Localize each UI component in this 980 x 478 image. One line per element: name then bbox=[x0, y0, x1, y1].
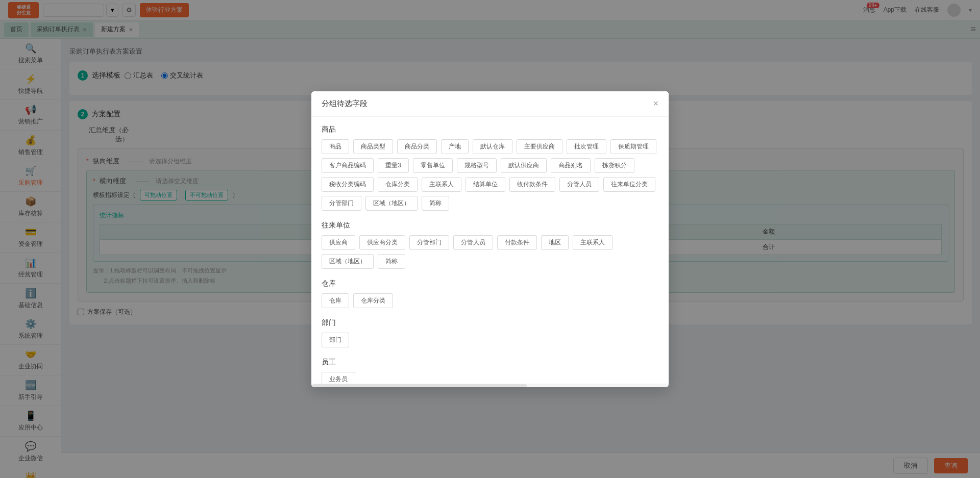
field-tag-0-8[interactable]: 客户商品编码 bbox=[322, 158, 374, 173]
modal-footer-scroll bbox=[311, 384, 669, 387]
modal-body: 商品商品商品类型商品分类产地默认仓库主要供应商批次管理保质期管理客户商品编码重量… bbox=[311, 117, 669, 384]
field-tag-0-22[interactable]: 分管部门 bbox=[322, 196, 361, 211]
field-tag-0-16[interactable]: 仓库分类 bbox=[378, 177, 418, 192]
field-group-4: 员工业务员 bbox=[322, 358, 658, 384]
field-tag-0-19[interactable]: 收付款条件 bbox=[509, 177, 555, 192]
field-tag-0-17[interactable]: 主联系人 bbox=[422, 177, 461, 192]
field-tags-1: 供应商供应商分类分管部门分管人员付款条件地区主联系人区域（地区）简称 bbox=[322, 235, 658, 269]
field-group-2: 仓库仓库仓库分类 bbox=[322, 279, 658, 308]
field-tag-0-24[interactable]: 简称 bbox=[422, 196, 449, 211]
field-tag-3-0[interactable]: 部门 bbox=[322, 333, 349, 347]
field-tag-0-20[interactable]: 分管人员 bbox=[559, 177, 599, 192]
field-tag-1-3[interactable]: 分管人员 bbox=[453, 235, 493, 250]
modal-title: 分组待选字段 bbox=[322, 99, 368, 109]
field-tag-0-2[interactable]: 商品分类 bbox=[397, 139, 437, 154]
field-tags-4: 业务员 bbox=[322, 372, 658, 384]
group-title-0: 商品 bbox=[322, 125, 658, 134]
field-tag-1-8[interactable]: 简称 bbox=[378, 254, 405, 269]
field-tag-0-21[interactable]: 往来单位分类 bbox=[603, 177, 655, 192]
modal-header: 分组待选字段 × bbox=[311, 91, 669, 117]
group-title-1: 往来单位 bbox=[322, 221, 658, 230]
group-title-3: 部门 bbox=[322, 318, 658, 328]
field-tag-0-11[interactable]: 规格型号 bbox=[457, 158, 497, 173]
modal-overlay: 分组待选字段 × 商品商品商品类型商品分类产地默认仓库主要供应商批次管理保质期管… bbox=[0, 0, 980, 478]
field-tag-0-15[interactable]: 税收分类编码 bbox=[322, 177, 374, 192]
field-tag-1-7[interactable]: 区域（地区） bbox=[322, 254, 374, 269]
field-tag-1-4[interactable]: 付款条件 bbox=[497, 235, 537, 250]
field-tag-4-0[interactable]: 业务员 bbox=[322, 372, 355, 384]
field-tag-1-2[interactable]: 分管部门 bbox=[409, 235, 449, 250]
field-tag-0-18[interactable]: 结算单位 bbox=[465, 177, 505, 192]
field-tag-1-1[interactable]: 供应商分类 bbox=[359, 235, 405, 250]
field-tag-1-6[interactable]: 主联系人 bbox=[573, 235, 612, 250]
group-title-2: 仓库 bbox=[322, 279, 658, 288]
field-tag-0-7[interactable]: 保质期管理 bbox=[610, 139, 656, 154]
field-group-0: 商品商品商品类型商品分类产地默认仓库主要供应商批次管理保质期管理客户商品编码重量… bbox=[322, 125, 658, 211]
field-tag-0-13[interactable]: 商品别名 bbox=[551, 158, 591, 173]
field-tag-1-5[interactable]: 地区 bbox=[541, 235, 569, 250]
field-tag-0-1[interactable]: 商品类型 bbox=[353, 139, 393, 154]
field-tag-0-3[interactable]: 产地 bbox=[441, 139, 469, 154]
field-group-1: 往来单位供应商供应商分类分管部门分管人员付款条件地区主联系人区域（地区）简称 bbox=[322, 221, 658, 269]
modal-close-btn[interactable]: × bbox=[653, 98, 658, 109]
field-tag-0-0[interactable]: 商品 bbox=[322, 139, 349, 154]
field-tag-0-6[interactable]: 批次管理 bbox=[567, 139, 606, 154]
field-tags-3: 部门 bbox=[322, 333, 658, 347]
field-tag-0-14[interactable]: 拣货积分 bbox=[595, 158, 634, 173]
field-tag-0-5[interactable]: 主要供应商 bbox=[517, 139, 562, 154]
field-tag-0-9[interactable]: 重量3 bbox=[378, 158, 409, 173]
group-title-4: 员工 bbox=[322, 358, 658, 367]
field-tag-2-1[interactable]: 仓库分类 bbox=[353, 293, 393, 308]
field-tag-2-0[interactable]: 仓库 bbox=[322, 293, 349, 308]
modal-field-select: 分组待选字段 × 商品商品商品类型商品分类产地默认仓库主要供应商批次管理保质期管… bbox=[311, 91, 669, 387]
field-tag-0-10[interactable]: 零售单位 bbox=[413, 158, 453, 173]
field-tags-0: 商品商品类型商品分类产地默认仓库主要供应商批次管理保质期管理客户商品编码重量3零… bbox=[322, 139, 658, 211]
field-tags-2: 仓库仓库分类 bbox=[322, 293, 658, 308]
field-tag-0-12[interactable]: 默认供应商 bbox=[501, 158, 547, 173]
field-tag-1-0[interactable]: 供应商 bbox=[322, 235, 355, 250]
field-tag-0-23[interactable]: 区域（地区） bbox=[365, 196, 418, 211]
field-group-3: 部门部门 bbox=[322, 318, 658, 347]
field-tag-0-4[interactable]: 默认仓库 bbox=[473, 139, 512, 154]
